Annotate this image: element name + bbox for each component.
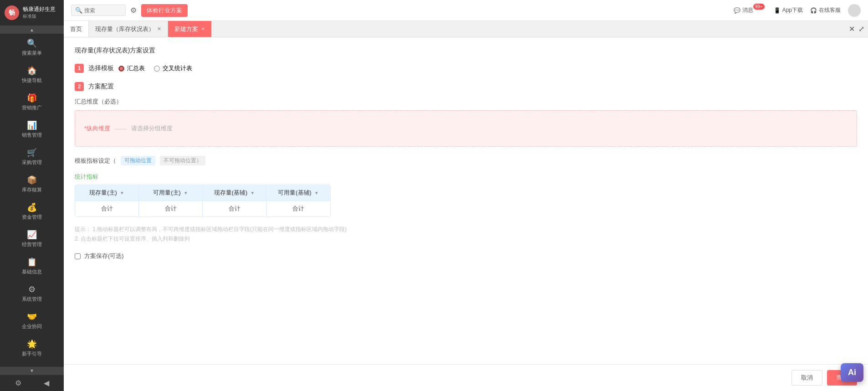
tip-item-0: 提示： 1.拖动标题栏可以调整布局，不可跨维度或指标区域拖动栏目字段(只能在同一…: [75, 226, 857, 233]
logo-text: 畅康通好生意 标准版: [23, 6, 56, 20]
tab-home[interactable]: 首页: [64, 21, 89, 37]
settings-footer-btn[interactable]: ⚙: [15, 379, 21, 387]
header: 🔍 ⚙ 体验行业方案 💬 消息 99+ 📱 App下载 🎧 在线客服: [64, 0, 868, 21]
money-icon: 💰: [27, 202, 37, 212]
ai-float-button[interactable]: Ai: [841, 363, 863, 382]
indicator-settings: 模板指标设定（ 可拖动位置 不可拖动位置）: [75, 156, 857, 165]
sidebar-item-label: 库存核算: [22, 186, 42, 193]
tip-item-1: 2. 点击标题栏下拉可设置排序、插入列和删除列: [75, 235, 857, 243]
sidebar-item-operations[interactable]: 📈 经营管理: [0, 225, 64, 252]
chevron-down-icon-0: ▼: [120, 190, 124, 196]
stats-col-header-2[interactable]: 现存量(基辅) ▼: [203, 185, 266, 201]
sidebar-item-enterprise[interactable]: 🤝 企业协同: [0, 307, 64, 334]
sidebar-footer: ⚙ ◀: [0, 375, 64, 391]
search-input[interactable]: [84, 7, 121, 14]
radio-summary[interactable]: 汇总表: [118, 64, 145, 72]
col-1-label: 可用量(主): [153, 189, 181, 197]
collapse-footer-btn[interactable]: ◀: [44, 379, 49, 387]
sidebar-item-newcomer[interactable]: 🌟 新手引导: [0, 334, 64, 362]
sidebar-item-marketing[interactable]: 🎁 营销推广: [0, 88, 64, 116]
chevron-down-icon-3: ▼: [314, 190, 319, 196]
panel-close-btn[interactable]: ✕: [849, 25, 855, 33]
radio-cross-input[interactable]: [154, 66, 160, 72]
step2-section: 2 方案配置 汇总维度（必选） *纵向维度 —— 请选择分组维度 模板指标设定（…: [75, 82, 857, 260]
sidebar-item-sales[interactable]: 📊 销售管理: [0, 116, 64, 143]
download-icon: 📱: [774, 7, 781, 14]
step1-header: 1 选择模板 汇总表 交叉统计表: [75, 64, 857, 73]
footer: 取消 查询: [64, 364, 868, 391]
sidebar-nav: 🔍 搜索菜单 🏠 快捷导航 🎁 营销推广 📊 销售管理 🛒 采购管理 📦 库存核…: [0, 34, 64, 367]
radio-cross[interactable]: 交叉统计表: [154, 64, 192, 72]
not-draggable-tag: 不可拖动位置）: [160, 156, 205, 165]
header-gear-icon[interactable]: ⚙: [130, 6, 137, 15]
message-badge: 99+: [753, 4, 765, 10]
tab-home-label: 首页: [70, 25, 82, 33]
step2-header: 2 方案配置: [75, 82, 857, 91]
app-download-action[interactable]: 📱 App下载: [774, 6, 803, 14]
star-icon: 🌟: [27, 339, 37, 349]
step2-title: 方案配置: [88, 82, 114, 91]
stats-col-1: 可用量(主) ▼: [139, 185, 203, 201]
sidebar-scroll-up[interactable]: ▲: [0, 26, 64, 34]
gift-icon: 🎁: [27, 93, 37, 103]
cart-icon: 🛒: [27, 148, 37, 158]
tab-inventory-label: 现存量（库存状况表）: [95, 25, 154, 33]
search-box[interactable]: 🔍: [71, 5, 126, 16]
stats-body-col-1: 合计: [139, 201, 203, 216]
sidebar-item-finance[interactable]: 💰 资金管理: [0, 198, 64, 225]
sidebar-item-shortcut[interactable]: 🏠 快捷导航: [0, 61, 64, 88]
save-option: 方案保存(可选): [75, 252, 857, 260]
operations-icon: 📈: [27, 230, 37, 240]
sidebar-item-label: 系统管理: [22, 296, 42, 303]
chevron-down-icon-1: ▼: [184, 190, 188, 196]
stats-cell-1: 合计: [139, 201, 202, 216]
box-icon: 📦: [27, 175, 37, 185]
stats-col-header-1[interactable]: 可用量(主) ▼: [139, 185, 202, 201]
tab-inventory-close[interactable]: ✕: [157, 26, 161, 32]
stats-body-col-0: 合计: [75, 201, 139, 216]
sidebar-item-label: 快捷导航: [22, 77, 42, 84]
tab-inventory[interactable]: 现存量（库存状况表） ✕: [89, 21, 168, 37]
sidebar-item-app-center[interactable]: 📱 应用中心: [0, 362, 64, 367]
sidebar-item-label: 经营管理: [22, 241, 42, 248]
cancel-button[interactable]: 取消: [791, 370, 822, 386]
radio-summary-input[interactable]: [118, 66, 124, 72]
stats-section: 统计指标 现存量(主) ▼ 可用量(主) ▼: [75, 173, 857, 218]
step1-section: 1 选择模板 汇总表 交叉统计表: [75, 64, 857, 73]
sidebar-item-inventory[interactable]: 📦 库存核算: [0, 170, 64, 198]
sidebar-item-label: 销售管理: [22, 132, 42, 139]
search-menu-icon: 🔍: [27, 38, 37, 48]
dimension-dash: ——: [115, 125, 127, 132]
sidebar-item-purchase[interactable]: 🛒 采购管理: [0, 143, 64, 170]
sidebar-item-system[interactable]: ⚙ 系统管理: [0, 280, 64, 307]
tabs-bar: 首页 现存量（库存状况表） ✕ 新建方案 ✕ ✕ ⤢: [64, 21, 868, 37]
save-checkbox[interactable]: [75, 253, 81, 259]
chevron-down-icon-2: ▼: [250, 190, 255, 196]
search-icon: 🔍: [75, 7, 82, 14]
content-area: 现存量(库存状况表)方案设置 1 选择模板 汇总表 交叉统计表: [64, 37, 868, 364]
online-service-label: 在线客服: [819, 6, 841, 14]
tab-new-plan-close[interactable]: ✕: [201, 26, 205, 32]
dimension-area[interactable]: *纵向维度 —— 请选择分组维度: [75, 110, 857, 147]
home-icon: 🏠: [27, 66, 37, 76]
sidebar-item-search[interactable]: 🔍 搜索菜单: [0, 34, 64, 61]
panel-expand-btn[interactable]: ⤢: [858, 25, 864, 33]
sidebar-scroll-down[interactable]: ▼: [0, 367, 64, 375]
user-avatar[interactable]: [848, 4, 861, 17]
stats-cell-0: 合计: [75, 201, 138, 216]
stats-title: 统计指标: [75, 173, 857, 181]
sidebar-item-label: 企业协同: [22, 323, 42, 330]
sidebar-logo: 畅 畅康通好生意 标准版: [0, 0, 64, 26]
message-label: 消息: [742, 6, 753, 14]
radio-summary-label: 汇总表: [127, 64, 145, 72]
col-0-label: 现存量(主): [89, 189, 117, 197]
trial-button[interactable]: 体验行业方案: [141, 4, 188, 17]
stats-col-header-0[interactable]: 现存量(主) ▼: [75, 185, 138, 201]
sidebar-item-label: 营销推广: [22, 104, 42, 111]
stats-col-header-3[interactable]: 可用量(基辅) ▼: [266, 185, 330, 201]
sidebar-item-basic[interactable]: 📋 基础信息: [0, 252, 64, 280]
online-service-action[interactable]: 🎧 在线客服: [810, 6, 841, 14]
message-action[interactable]: 💬 消息 99+: [734, 6, 766, 14]
logo-icon: 畅: [5, 5, 19, 20]
tab-new-plan[interactable]: 新建方案 ✕: [168, 21, 212, 37]
